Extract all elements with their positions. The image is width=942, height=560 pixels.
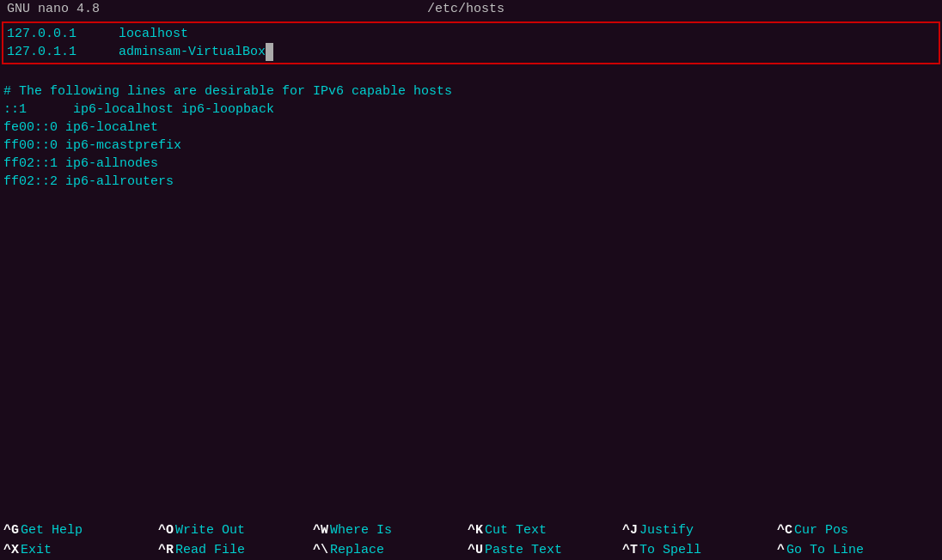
shortcut-label-replace: Replace <box>330 543 384 557</box>
shortcut-row-2: ^X Exit ^R Read File ^\ Replace ^U Paste… <box>0 540 942 560</box>
host-1: localhost <box>119 25 188 43</box>
shortcut-key-k: ^K <box>468 523 483 538</box>
line-1: 127.0.0.1 localhost <box>5 25 937 43</box>
shortcut-label-exit: Exit <box>21 543 52 557</box>
shortcut-cut-text[interactable]: ^K Cut Text <box>464 522 619 539</box>
shortcut-key-j: ^J <box>622 523 638 538</box>
ipv6-line-4: ff02::1 ip6-allnodes <box>0 155 942 173</box>
shortcut-to-spell[interactable]: ^T To Spell <box>619 542 774 558</box>
shortcut-label-to-spell: To Spell <box>639 543 701 557</box>
shortcut-paste-text[interactable]: ^U Paste Text <box>464 542 619 558</box>
ipv6-line-5: ff02::2 ip6-allrouters <box>0 173 942 191</box>
selected-block: 127.0.0.1 localhost 127.0.1.1 adminsam-V… <box>2 21 940 64</box>
shortcut-justify[interactable]: ^J Justify <box>619 522 774 539</box>
blank-line <box>0 64 942 82</box>
shortcut-label-cut-text: Cut Text <box>485 523 547 538</box>
shortcut-key-t: ^T <box>622 543 638 557</box>
shortcut-write-out[interactable]: ^O Write Out <box>155 522 309 539</box>
text-cursor <box>266 43 273 61</box>
file-path: /etc/hosts <box>427 2 505 16</box>
shortcut-key-backslash: ^\ <box>313 543 328 557</box>
shortcut-read-file[interactable]: ^R Read File <box>155 542 309 558</box>
shortcut-label-get-help: Get Help <box>21 523 83 538</box>
shortcut-row-1: ^G Get Help ^O Write Out ^W Where Is ^K … <box>0 520 942 540</box>
title-spacer <box>832 2 935 16</box>
shortcut-get-help[interactable]: ^G Get Help <box>0 522 155 539</box>
shortcut-go-to-line[interactable]: ^ Go To Line <box>774 542 928 558</box>
shortcut-key-caret: ^ <box>777 543 785 557</box>
app: GNU nano 4.8 /etc/hosts 127.0.0.1 localh… <box>0 0 942 560</box>
shortcut-where-is[interactable]: ^W Where Is <box>309 522 464 539</box>
shortcut-key-x: ^X <box>3 543 19 557</box>
ipv6-line-1: ::1 ip6-localhost ip6-loopback <box>0 100 942 119</box>
shortcut-cur-pos[interactable]: ^C Cur Pos <box>774 522 928 539</box>
ipv6-line-3: ff00::0 ip6-mcastprefix <box>0 137 942 155</box>
shortcut-label-cur-pos: Cur Pos <box>794 523 848 538</box>
title-bar: GNU nano 4.8 /etc/hosts <box>0 0 942 18</box>
shortcut-key-g: ^G <box>3 523 19 538</box>
host-2: adminsam-VirtualBox <box>119 43 266 61</box>
editor[interactable]: 127.0.0.1 localhost 127.0.1.1 adminsam-V… <box>0 18 942 520</box>
line-2: 127.0.1.1 adminsam-VirtualBox <box>5 43 937 61</box>
shortcut-key-c: ^C <box>777 523 792 538</box>
comment-line: # The following lines are desirable for … <box>0 82 942 100</box>
shortcut-key-u: ^U <box>468 543 483 557</box>
shortcut-label-read-file: Read File <box>175 543 245 557</box>
shortcut-exit[interactable]: ^X Exit <box>0 542 155 558</box>
shortcut-label-where-is: Where Is <box>330 523 392 538</box>
shortcut-key-r: ^R <box>158 543 174 557</box>
ipv6-line-2: fe00::0 ip6-localnet <box>0 119 942 137</box>
shortcut-label-write-out: Write Out <box>175 523 245 538</box>
shortcut-key-o: ^O <box>158 523 174 538</box>
shortcut-label-go-to-line: Go To Line <box>786 543 864 557</box>
app-title: GNU nano 4.8 <box>7 2 100 16</box>
comment-text: # The following lines are desirable for … <box>3 82 452 100</box>
shortcut-key-w: ^W <box>313 523 328 538</box>
bottom-bar: ^G Get Help ^O Write Out ^W Where Is ^K … <box>0 520 942 560</box>
ip-2: 127.0.1.1 <box>7 43 119 61</box>
shortcut-replace[interactable]: ^\ Replace <box>309 542 464 558</box>
ip-1: 127.0.0.1 <box>7 25 119 43</box>
shortcut-label-justify: Justify <box>639 523 694 538</box>
shortcut-label-paste-text: Paste Text <box>485 543 562 557</box>
